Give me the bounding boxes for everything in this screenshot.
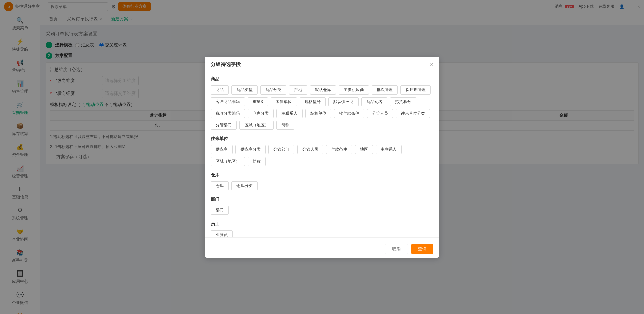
tag-goods-5[interactable]: 主要供应商 xyxy=(339,85,369,95)
tag-partner-4[interactable]: 付款条件 xyxy=(326,145,352,154)
tag-goods-13[interactable]: 商品别名 xyxy=(361,97,387,106)
modal-close-button[interactable]: × xyxy=(430,61,433,67)
section-goods: 商品 商品 商品类型 商品分类 产地 默认仓库 主要供应商 批次管理 保质期管理… xyxy=(211,76,433,130)
section-department-title: 部门 xyxy=(211,196,433,202)
tag-goods-18[interactable]: 结算单位 xyxy=(305,109,331,118)
modal-hscroll-inner xyxy=(205,238,439,238)
modal-body: 商品 商品 商品类型 商品分类 产地 默认仓库 主要供应商 批次管理 保质期管理… xyxy=(205,71,439,237)
section-goods-title: 商品 xyxy=(211,76,433,82)
tag-partner-3[interactable]: 分管人员 xyxy=(297,145,323,154)
section-department: 部门 部门 xyxy=(211,196,433,215)
tag-goods-22[interactable]: 分管部门 xyxy=(211,121,237,130)
tag-partner-2[interactable]: 分管部门 xyxy=(268,145,294,154)
tag-goods-6[interactable]: 批次管理 xyxy=(372,85,398,95)
section-partners-title: 往来单位 xyxy=(211,136,433,142)
modal-overlay: 分组待选字段 × 商品 商品 商品类型 商品分类 产地 默认仓库 主要供应商 批… xyxy=(0,0,644,314)
tag-goods-15[interactable]: 税收分类编码 xyxy=(211,109,245,118)
tag-warehouse-0[interactable]: 仓库 xyxy=(211,181,229,190)
tag-goods-14[interactable]: 拣货积分 xyxy=(390,97,416,106)
tag-dept-0[interactable]: 部门 xyxy=(211,206,229,215)
tag-goods-7[interactable]: 保质期管理 xyxy=(400,85,431,95)
section-goods-tags: 商品 商品类型 商品分类 产地 默认仓库 主要供应商 批次管理 保质期管理 客户… xyxy=(211,85,433,130)
tag-goods-23[interactable]: 区域（地区） xyxy=(239,121,274,130)
tag-goods-20[interactable]: 分管人员 xyxy=(367,109,393,118)
section-partners-tags: 供应商 供应商分类 分管部门 分管人员 付款条件 地区 主联系人 区域（地区） … xyxy=(211,145,433,166)
tag-goods-16[interactable]: 仓库分类 xyxy=(248,109,274,118)
tag-partner-8[interactable]: 简称 xyxy=(248,157,266,166)
modal-header: 分组待选字段 × xyxy=(205,57,439,71)
tag-goods-3[interactable]: 产地 xyxy=(289,85,307,95)
cancel-button[interactable]: 取消 xyxy=(385,244,408,254)
tag-emp-0[interactable]: 业务员 xyxy=(211,230,233,237)
tag-goods-21[interactable]: 往来单位分类 xyxy=(396,109,430,118)
tag-goods-19[interactable]: 收付款条件 xyxy=(334,109,364,118)
section-employee: 员工 业务员 xyxy=(211,221,433,237)
tag-partner-7[interactable]: 区域（地区） xyxy=(211,157,245,166)
tag-partner-1[interactable]: 供应商分类 xyxy=(235,145,266,154)
field-select-modal: 分组待选字段 × 商品 商品 商品类型 商品分类 产地 默认仓库 主要供应商 批… xyxy=(205,57,439,258)
modal-hscrollbar[interactable] xyxy=(205,237,439,240)
section-partners: 往来单位 供应商 供应商分类 分管部门 分管人员 付款条件 地区 主联系人 区域… xyxy=(211,136,433,166)
tag-goods-1[interactable]: 商品类型 xyxy=(231,85,258,95)
tag-goods-10[interactable]: 零售单位 xyxy=(271,97,297,106)
tag-goods-12[interactable]: 默认供应商 xyxy=(328,97,359,106)
tag-goods-2[interactable]: 商品分类 xyxy=(260,85,286,95)
confirm-button[interactable]: 查询 xyxy=(411,244,433,254)
tag-warehouse-1[interactable]: 仓库分类 xyxy=(231,181,258,190)
tag-goods-8[interactable]: 客户商品编码 xyxy=(211,97,245,106)
tag-goods-0[interactable]: 商品 xyxy=(211,85,229,95)
tag-goods-9[interactable]: 重量3 xyxy=(248,97,268,106)
tag-goods-11[interactable]: 规格型号 xyxy=(300,97,326,106)
section-department-tags: 部门 xyxy=(211,206,433,215)
tag-partner-6[interactable]: 主联系人 xyxy=(376,145,402,154)
tag-goods-4[interactable]: 默认仓库 xyxy=(310,85,336,95)
section-warehouse-title: 仓库 xyxy=(211,172,433,178)
modal-title: 分组待选字段 xyxy=(211,61,241,68)
tag-partner-5[interactable]: 地区 xyxy=(355,145,373,154)
tag-goods-24[interactable]: 简称 xyxy=(276,121,294,130)
section-warehouse-tags: 仓库 仓库分类 xyxy=(211,181,433,190)
modal-footer: 取消 查询 xyxy=(205,240,439,258)
section-employee-tags: 业务员 xyxy=(211,230,433,237)
tag-partner-0[interactable]: 供应商 xyxy=(211,145,233,154)
section-warehouse: 仓库 仓库 仓库分类 xyxy=(211,172,433,190)
tag-goods-17[interactable]: 主联系人 xyxy=(276,109,303,118)
section-employee-title: 员工 xyxy=(211,221,433,227)
